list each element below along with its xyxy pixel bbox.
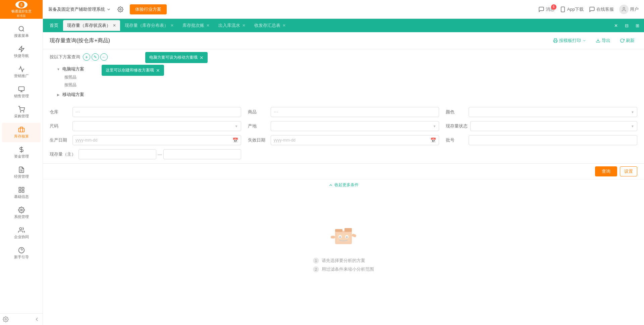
tab-flow[interactable]: 出入库流水 ✕ <box>214 20 250 31</box>
tab-batch-close[interactable]: ✕ <box>206 23 210 28</box>
expire-date-calendar-icon[interactable]: 📅 <box>430 138 436 143</box>
sidebar-item-inventory[interactable]: 库存核算 <box>2 123 41 142</box>
sidebar-item-sales[interactable]: 销售管理 <box>2 83 41 102</box>
app-download-btn[interactable]: App下载 <box>560 6 584 12</box>
empty-state: 1 请先选择要分析的方案 2 用过滤条件来缩小分析范围 <box>43 191 644 299</box>
tooltip-pc-scheme: 电脑方案可设为移动方案哦 ✕ <box>145 52 208 63</box>
system-selector[interactable]: 装备及固定资产辅助管理系统 <box>48 6 111 12</box>
filter-header: 按以下方案查询 + ✎ ← <box>50 53 637 61</box>
nav-scheme-btn[interactable]: ← <box>100 53 108 61</box>
sidebar-item-quicknav[interactable]: 快捷导航 <box>2 42 41 62</box>
expire-date-input[interactable]: yyyy-mm-dd 📅 <box>271 135 439 145</box>
warehouse-dots: ··· <box>75 109 80 115</box>
user-btn[interactable]: 用户 <box>619 5 639 14</box>
tab-close-all-btn[interactable]: ✕ <box>612 21 620 30</box>
filter-row-batch: 批号 <box>446 135 637 145</box>
stock-status-label: 现存量状态 <box>446 123 468 129</box>
add-scheme-btn[interactable]: + <box>83 53 90 61</box>
tooltip-scheme-close[interactable]: ✕ <box>156 68 160 73</box>
batch-input[interactable] <box>469 135 637 145</box>
tab-summary[interactable]: 收发存汇总表 ✕ <box>250 20 290 31</box>
header-settings-btn[interactable] <box>115 4 126 15</box>
tab-maximize-btn[interactable]: ⊞ <box>633 21 641 30</box>
origin-select[interactable]: ▼ <box>271 121 439 131</box>
warehouse-select[interactable]: ··· <box>72 107 241 117</box>
trial-btn[interactable]: 体验行业方案 <box>130 4 167 14</box>
collapse-sidebar-icon[interactable] <box>34 316 40 322</box>
tab-minimize-btn[interactable]: ⊟ <box>623 21 631 30</box>
sidebar-item-search[interactable]: 搜索菜单 <box>2 22 41 42</box>
export-btn[interactable]: 导出 <box>593 36 613 45</box>
minimize-icon: ⊟ <box>625 23 629 28</box>
filter-grid: 仓库 ··· 商品 ··· 颜色 ▼ <box>43 107 644 163</box>
tab-inventory-dist-close[interactable]: ✕ <box>170 23 174 28</box>
online-support-btn[interactable]: 在线客服 <box>589 6 614 12</box>
maximize-icon: ⊞ <box>636 23 639 28</box>
expire-date-label: 失效日期 <box>248 137 268 143</box>
tab-flow-close[interactable]: ✕ <box>242 23 246 28</box>
tab-inventory-status[interactable]: 现存量（库存状况表） ✕ <box>63 20 120 31</box>
sidebar-item-finance[interactable]: 资金管理 <box>2 143 41 162</box>
stock-main-sep: — <box>158 152 162 157</box>
goods-select[interactable]: ··· <box>271 107 439 117</box>
sidebar-system-label: 系统管理 <box>14 214 29 219</box>
tab-inventory-status-close[interactable]: ✕ <box>113 23 116 28</box>
settings-bottom-icon[interactable] <box>3 316 9 322</box>
sidebar-item-purchase[interactable]: 采购管理 <box>2 103 41 122</box>
sidebar-logo: 6 畅通道好生意 标准版 <box>0 0 43 19</box>
collapse-bar[interactable]: 收起更多条件 <box>43 179 644 191</box>
message-btn[interactable]: 6 消息 <box>538 6 554 12</box>
tab-flow-label: 出入库流水 <box>218 22 240 29</box>
header-left: 装备及固定资产辅助管理系统 体验行业方案 <box>48 4 167 15</box>
edit-scheme-btn[interactable]: ✎ <box>92 53 99 61</box>
produce-date-calendar-icon[interactable]: 📅 <box>232 138 238 143</box>
scheme-mobile-label: 移动端方案 <box>62 92 84 98</box>
setting-btn[interactable]: 设置 <box>620 166 637 176</box>
page-inner: 现存量查询(按仓库+商品) 按模板打印 <box>43 32 644 325</box>
close-all-icon: ✕ <box>614 23 618 28</box>
scheme-item-2[interactable]: 按照品 <box>56 81 631 89</box>
size-select[interactable]: ▼ <box>72 121 241 131</box>
color-select[interactable]: ▼ <box>469 107 637 117</box>
tab-summary-close[interactable]: ✕ <box>282 23 286 28</box>
tab-bar-actions: ✕ ⊟ ⊞ <box>612 21 641 30</box>
produce-date-input[interactable]: yyyy-mm-dd 📅 <box>72 135 241 145</box>
stock-status-arrow: ▼ <box>631 124 634 128</box>
sidebar-item-basic[interactable]: 基础信息 <box>2 183 41 203</box>
tab-batch[interactable]: 库存批次账 ✕ <box>178 20 214 31</box>
sidebar-quicknav-label: 快捷导航 <box>14 53 29 58</box>
sidebar: 6 畅通道好生意 标准版 搜索菜单 快捷导航 营销推广 <box>0 0 43 325</box>
sidebar-item-operations[interactable]: 经营管理 <box>2 163 41 182</box>
sidebar-item-system[interactable]: 系统管理 <box>2 203 41 223</box>
sidebar-inventory-label: 库存核算 <box>14 134 29 139</box>
print-template-btn[interactable]: 按模板打印 <box>550 36 589 45</box>
svg-point-9 <box>23 112 24 112</box>
stock-status-select[interactable]: ▼ <box>470 121 637 131</box>
tooltip-pc-close[interactable]: ✕ <box>200 55 204 60</box>
sidebar-item-enterprise[interactable]: 企业协同 <box>2 223 41 243</box>
scheme-group-mobile-header[interactable]: ▶ 移动端方案 <box>56 90 631 99</box>
svg-marker-4 <box>19 46 24 52</box>
tab-home-label: 首页 <box>50 22 58 29</box>
sidebar-item-marketing[interactable]: 营销推广 <box>2 62 41 82</box>
print-chevron-icon <box>582 39 586 43</box>
tab-inventory-dist[interactable]: 现存量（库存分布表） ✕ <box>121 20 178 31</box>
filter-row-size: 尺码 ▼ <box>50 121 241 131</box>
search-btn[interactable]: 查询 <box>595 166 617 176</box>
page-actions: 按模板打印 导出 <box>550 36 637 45</box>
svg-rect-37 <box>331 236 335 238</box>
svg-rect-5 <box>18 87 24 91</box>
stock-main-max[interactable] <box>163 149 241 159</box>
filter-row-stock-status: 现存量状态 ▼ <box>446 121 637 131</box>
filter-row-expire-date: 失效日期 yyyy-mm-dd 📅 <box>248 135 439 145</box>
system-title: 装备及固定资产辅助管理系统 <box>48 6 105 12</box>
filter-row-produce-date: 生产日期 yyyy-mm-dd 📅 <box>50 135 241 145</box>
top-header: 装备及固定资产辅助管理系统 体验行业方案 6 消息 <box>43 0 644 19</box>
tab-inventory-dist-label: 现存量（库存分布表） <box>125 22 168 29</box>
sidebar-item-guide[interactable]: 新手引导 <box>2 243 41 263</box>
refresh-btn[interactable]: 刷新 <box>617 36 637 45</box>
refresh-label: 刷新 <box>626 38 635 44</box>
tab-home[interactable]: 首页 <box>46 20 62 31</box>
origin-arrow: ▼ <box>433 124 436 128</box>
stock-main-min[interactable] <box>78 149 156 159</box>
